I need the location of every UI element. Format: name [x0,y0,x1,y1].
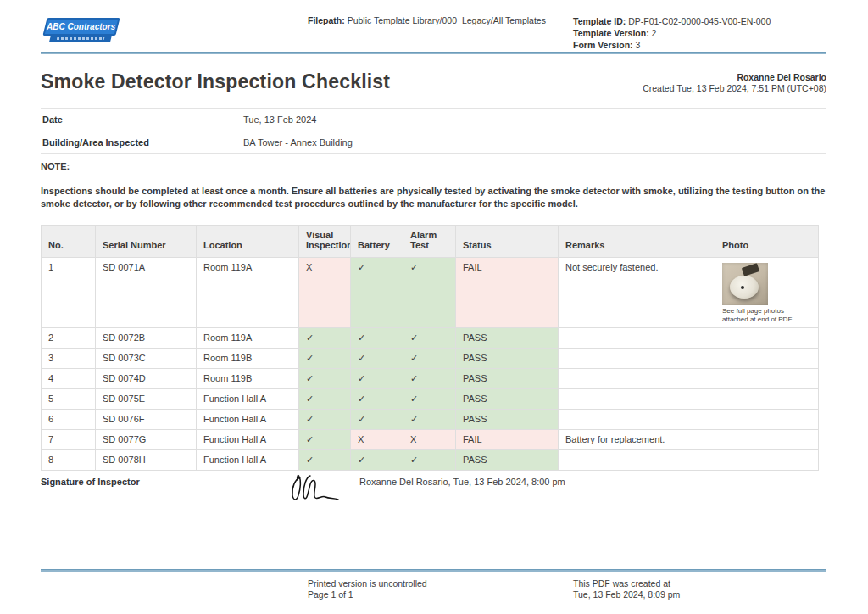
serial-cell: SD 0078H [96,450,197,471]
template-version-line: Template Version: 2 [573,27,771,39]
visual-cell: ✓ [299,389,351,410]
photo-cell [715,430,819,450]
visual-cell: ✓ [299,349,351,369]
footer-page-number: Page 1 of 1 [308,589,427,600]
status-cell: PASS [456,349,559,369]
footer-created-timestamp: Tue, 13 Feb 2024, 8:09 pm [573,589,680,600]
note-label: NOTE: [41,161,826,171]
visual-cell: ✓ [299,430,351,450]
location-cell: Room 119A [197,328,299,349]
serial-cell: SD 0071A [96,258,197,328]
location-cell: Room 119B [197,349,299,369]
row-number-cell: 5 [42,389,96,410]
form-version-label: Form Version: [573,40,633,50]
remarks-cell [559,369,715,389]
column-header: Photo [715,226,819,258]
table-body: 1SD 0071ARoom 119AX✓✓FAILNot securely fa… [42,258,819,471]
battery-cell: ✓ [351,410,403,430]
form-version-line: Form Version: 3 [573,39,771,51]
inspection-table-wrap: No.Serial NumberLocationVisual Inspectio… [41,225,818,471]
meta-value: Tue, 13 Feb 2024 [243,114,826,125]
page-title: Smoke Detector Inspection Checklist [41,70,390,93]
signature-label: Signature of Inspector [41,477,140,487]
row-number-cell: 2 [42,328,96,349]
location-cell: Function Hall A [197,430,299,450]
note-section: NOTE: Inspections should be completed at… [41,161,826,210]
template-info: Template ID: DP-F01-C02-0000-045-V00-EN-… [573,15,771,51]
row-number-cell: 7 [42,430,96,450]
meta-label: Building/Area Inspected [42,137,243,148]
battery-cell: X [351,430,403,450]
status-cell: PASS [456,410,559,430]
remarks-cell [559,328,715,349]
serial-cell: SD 0076F [96,410,197,430]
smoke-detector-image [730,276,759,299]
photo-thumbnail [722,263,768,305]
template-version-value: 2 [652,28,657,38]
table-head: No.Serial NumberLocationVisual Inspectio… [42,226,819,258]
remarks-cell: Not securely fastened. [559,258,715,328]
status-cell: FAIL [456,430,559,450]
battery-cell: ✓ [351,258,403,328]
status-cell: PASS [456,328,559,349]
template-id-line: Template ID: DP-F01-C02-0000-045-V00-EN-… [573,15,771,27]
author-name: Roxanne Del Rosario [643,72,826,83]
serial-cell: SD 0072B [96,328,197,349]
battery-cell: ✓ [351,328,403,349]
serial-cell: SD 0074D [96,369,197,389]
alarm-cell: ✓ [403,369,456,389]
alarm-cell: ✓ [403,410,456,430]
photo-cell [715,328,819,349]
filepath: Filepath: Public Template Library/000_Le… [308,15,546,25]
photo-cell [715,349,819,369]
table-row: 5SD 0075EFunction Hall A✓✓✓PASS [42,389,819,410]
template-version-label: Template Version: [573,28,649,38]
table-row: 7SD 0077GFunction Hall A✓XXFAILBattery f… [42,430,819,450]
form-version-value: 3 [636,40,641,50]
location-cell: Function Hall A [197,410,299,430]
battery-cell: ✓ [351,450,403,471]
location-cell: Room 119A [197,258,299,328]
inspection-table: No.Serial NumberLocationVisual Inspectio… [41,225,819,471]
meta-label: Date [42,114,243,125]
company-logo: ABC Contractors [42,18,122,47]
logo-banner: ABC Contractors [42,18,120,36]
footer-uncontrolled-text: Printed version is uncontrolled [308,578,427,589]
photo-cell: See full page photos attached at end of … [715,258,819,328]
signature-image [280,472,342,514]
detector-bracket [742,263,760,276]
location-cell: Function Hall A [197,389,299,410]
location-cell: Room 119B [197,369,299,389]
meta-row-building: Building/Area Inspected BA Tower - Annex… [41,131,826,154]
logo-text: ABC Contractors [47,22,115,31]
visual-cell: ✓ [299,369,351,389]
alarm-cell: ✓ [403,258,456,328]
footer-created-label: This PDF was created at [573,578,680,589]
location-cell: Function Hall A [197,450,299,471]
note-text: Inspections should be completed at least… [41,185,826,210]
battery-cell: ✓ [351,389,403,410]
signature-value: Roxanne Del Rosario, Tue, 13 Feb 2024, 8… [359,477,565,487]
photo-caption: See full page photos attached at end of … [722,307,811,323]
alarm-cell: ✓ [403,328,456,349]
header-divider [41,52,826,54]
filepath-value: Public Template Library/000_Legacy/All T… [348,15,546,25]
column-header: No. [42,226,96,258]
table-header-row: No.Serial NumberLocationVisual Inspectio… [42,226,819,258]
row-number-cell: 6 [42,410,96,430]
template-id-value: DP-F01-C02-0000-045-V00-EN-000 [628,16,771,26]
visual-cell: ✓ [299,410,351,430]
footer-right: This PDF was created at Tue, 13 Feb 2024… [573,578,680,600]
serial-cell: SD 0077G [96,430,197,450]
row-number-cell: 3 [42,349,96,369]
status-cell: PASS [456,389,559,410]
filepath-label: Filepath: [308,15,345,25]
row-number-cell: 8 [42,450,96,471]
photo-cell [715,369,819,389]
column-header: Alarm Test [403,226,456,258]
meta-row-date: Date Tue, 13 Feb 2024 [41,108,826,131]
logo-tagline [49,35,112,42]
column-header: Visual Inspection [299,226,351,258]
table-row: 6SD 0076FFunction Hall A✓✓✓PASS [42,410,819,430]
column-header: Status [456,226,559,258]
